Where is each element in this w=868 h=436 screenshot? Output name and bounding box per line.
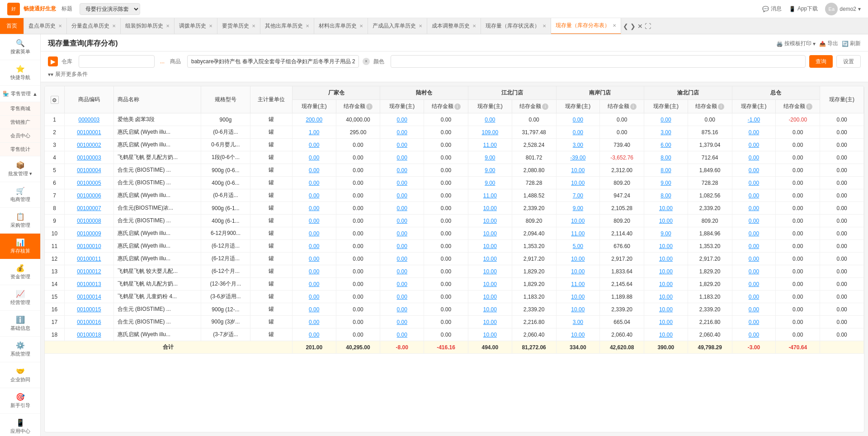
cell-code[interactable]: 00100003	[65, 151, 114, 164]
cell-code[interactable]: 00100001	[65, 126, 114, 139]
cell-cc-qty[interactable]: 0.00	[292, 189, 336, 202]
tab-other-out[interactable]: 其他出库单历史 ✕	[260, 18, 314, 34]
sidebar-item-retail[interactable]: 🏪 零售管理 ▲	[0, 86, 40, 102]
cell-na-qty[interactable]: -39.00	[556, 151, 600, 164]
cell-jb-qty[interactable]: 10.00	[468, 316, 512, 328]
cell-na-qty[interactable]: 0.00	[556, 113, 600, 126]
cell-code[interactable]: 00100006	[65, 189, 114, 202]
cell-lc-qty[interactable]: 0.00	[380, 177, 424, 189]
cell-na-qty[interactable]: 9.00	[556, 202, 600, 215]
tab-close-icon[interactable]: ✕	[166, 23, 170, 28]
tab-close-icon[interactable]: ✕	[419, 23, 422, 28]
yb-amt-info-icon[interactable]: i	[718, 103, 724, 110]
cell-na-qty[interactable]: 3.00	[556, 316, 600, 328]
cell-na-qty[interactable]: 10.00	[556, 215, 600, 227]
cell-yb-qty[interactable]: 8.00	[644, 189, 688, 202]
cell-code[interactable]: 00100002	[65, 139, 114, 151]
cell-lc-qty[interactable]: 0.00	[380, 265, 424, 278]
cell-code[interactable]: 00100014	[65, 291, 114, 303]
cell-cc-qty[interactable]: 0.00	[292, 139, 336, 151]
cell-yb-qty[interactable]: 8.00	[644, 164, 688, 177]
cell-lc-qty[interactable]: 0.00	[380, 291, 424, 303]
color-input[interactable]	[391, 55, 806, 68]
cell-jb-qty[interactable]: 10.00	[468, 328, 512, 341]
sidebar-item-inventory[interactable]: 📊 库存核算	[0, 234, 40, 259]
cell-code[interactable]: 00100011	[65, 253, 114, 265]
cell-lc-qty[interactable]: 0.00	[380, 202, 424, 215]
cell-lc-qty[interactable]: 0.00	[380, 278, 424, 291]
cell-code[interactable]: 00100013	[65, 278, 114, 291]
table-settings-icon[interactable]: ⚙	[51, 96, 59, 104]
cell-total-qty[interactable]: 0.00	[732, 202, 776, 215]
cell-code[interactable]: 00100016	[65, 316, 114, 328]
tab-close-icon[interactable]: ✕	[542, 23, 546, 28]
tab-close-icon[interactable]: ✕	[209, 23, 212, 28]
tab-close-icon[interactable]: ✕	[112, 23, 116, 28]
cell-jb-qty[interactable]: 10.00	[468, 202, 512, 215]
cell-lc-qty[interactable]: 0.00	[380, 151, 424, 164]
tab-product-in[interactable]: 产成品入库单历史 ✕	[368, 18, 427, 34]
print-btn[interactable]: 🖨️ 按模板打印 ▾	[776, 40, 816, 47]
sidebar-item-shop[interactable]: 零售商城	[0, 102, 40, 116]
cell-total-qty[interactable]: 0.00	[732, 215, 776, 227]
tab-close-icon[interactable]: ✕	[359, 23, 363, 28]
lc-amt-info-icon[interactable]: i	[454, 103, 461, 110]
sidebar-item-wholesale[interactable]: 📦 批发管理 ▾	[0, 156, 40, 182]
cell-na-qty[interactable]: 10.00	[556, 303, 600, 316]
cell-na-qty[interactable]: 10.00	[556, 253, 600, 265]
cell-yb-qty[interactable]: 10.00	[644, 291, 688, 303]
cell-yb-qty[interactable]: 10.00	[644, 253, 688, 265]
cell-jb-qty[interactable]: 9.00	[468, 151, 512, 164]
cell-cc-qty[interactable]: 0.00	[292, 291, 336, 303]
cell-total-qty[interactable]: 0.00	[732, 177, 776, 189]
cell-yb-qty[interactable]: 10.00	[644, 240, 688, 253]
cell-jb-qty[interactable]: 10.00	[468, 253, 512, 265]
cell-lc-qty[interactable]: 0.00	[380, 126, 424, 139]
cell-yb-qty[interactable]: 10.00	[644, 328, 688, 341]
cell-na-qty[interactable]: 10.00	[556, 164, 600, 177]
cell-total-qty[interactable]: 0.00	[732, 139, 776, 151]
cell-cc-qty[interactable]: 0.00	[292, 202, 336, 215]
product-input[interactable]	[187, 55, 359, 68]
cell-na-qty[interactable]: 11.00	[556, 278, 600, 291]
cell-yb-qty[interactable]: 3.00	[644, 126, 688, 139]
cell-total-qty[interactable]: 0.00	[732, 126, 776, 139]
tab-split-check[interactable]: 分量盘点单历史 ✕	[67, 18, 121, 34]
cell-lc-qty[interactable]: 0.00	[380, 328, 424, 341]
cell-lc-qty[interactable]: 0.00	[380, 303, 424, 316]
tab-close-icon[interactable]: ✕	[252, 23, 255, 28]
app-download-btn[interactable]: 📱 App下载	[789, 5, 818, 13]
cell-lc-qty[interactable]: 0.00	[380, 253, 424, 265]
cell-cc-qty[interactable]: 0.00	[292, 278, 336, 291]
cell-total-qty[interactable]: 0.00	[732, 189, 776, 202]
cell-na-qty[interactable]: 11.00	[556, 227, 600, 240]
na-amt-info-icon[interactable]: i	[630, 103, 637, 110]
sidebar-item-search[interactable]: 🔍 搜索英单	[0, 34, 40, 60]
cell-na-qty[interactable]: 7.00	[556, 189, 600, 202]
cc-amt-info-icon[interactable]: i	[366, 103, 373, 110]
messages-btn[interactable]: 💬 消息	[762, 5, 782, 13]
cell-code[interactable]: 00100009	[65, 227, 114, 240]
sidebar-item-system[interactable]: ⚙️ 系统管理	[0, 337, 40, 362]
tab-assembly[interactable]: 组装拆卸单历史 ✕	[121, 18, 175, 34]
cell-lc-qty[interactable]: 0.00	[380, 189, 424, 202]
tab-prev-btn[interactable]: ❮	[623, 23, 628, 30]
settings-btn[interactable]: 设置	[836, 55, 861, 68]
cell-total-qty[interactable]: 0.00	[732, 291, 776, 303]
cell-total-qty[interactable]: 0.00	[732, 240, 776, 253]
tab-expand-btn[interactable]: ⛶	[645, 23, 651, 30]
industry-dropdown[interactable]: 母婴行业演示陈套	[80, 3, 140, 15]
cell-cc-qty[interactable]: 0.00	[292, 328, 336, 341]
sidebar-item-retail-stats[interactable]: 零售统计	[0, 143, 40, 156]
cell-na-qty[interactable]: 5.00	[556, 240, 600, 253]
cell-total-qty[interactable]: 0.00	[732, 164, 776, 177]
cell-jb-qty[interactable]: 0.00	[468, 113, 512, 126]
warehouse-input[interactable]	[79, 55, 155, 68]
sidebar-item-collab[interactable]: 🤝 企业协同	[0, 362, 40, 388]
cell-cc-qty[interactable]: 0.00	[292, 240, 336, 253]
cell-jb-qty[interactable]: 11.00	[468, 139, 512, 151]
cell-code[interactable]: 00100015	[65, 303, 114, 316]
cell-na-qty[interactable]: 10.00	[556, 265, 600, 278]
tab-cost-adjust[interactable]: 成本调整单历史 ✕	[427, 18, 481, 34]
tab-requisition[interactable]: 要货单历史 ✕	[217, 18, 260, 34]
